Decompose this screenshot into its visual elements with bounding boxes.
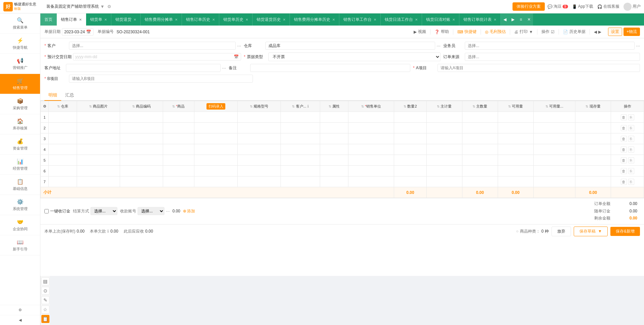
one-key-checkbox[interactable] <box>44 209 49 213</box>
row-main-unit-3[interactable] <box>426 133 462 144</box>
view-btn[interactable]: ▶ 视频 <box>414 29 426 35</box>
th-gear[interactable]: ⚙ <box>41 101 49 112</box>
row-available-1[interactable] <box>498 112 533 123</box>
discard-btn[interactable]: 放弃 <box>552 227 571 236</box>
tab-fee[interactable]: 销售费用分摊单 ✕ <box>141 13 182 26</box>
add-payment-btn[interactable]: ⊕ 添加 <box>183 208 195 214</box>
customer-more-btn[interactable]: ··· <box>237 43 241 48</box>
industry-btn[interactable]: 体验行业方案 <box>513 2 545 11</box>
address-input[interactable] <box>66 64 221 72</box>
save-new-btn[interactable]: 保存&新增 <box>610 227 640 236</box>
add-col-btn[interactable]: +物流 <box>623 28 640 36</box>
app-download-item[interactable]: 📱 App下载 <box>572 4 593 9</box>
tab-fee-close[interactable]: ✕ <box>175 18 178 22</box>
row-image-4[interactable] <box>77 144 120 155</box>
th-product[interactable]: ⇅ *商品 <box>163 101 194 112</box>
right-panel-5[interactable]: 📋 <box>41 315 49 323</box>
row-unit-1[interactable] <box>348 112 394 123</box>
order-source-input[interactable] <box>465 53 640 61</box>
row-spec-4[interactable] <box>238 144 281 155</box>
row-main-unit-5[interactable] <box>426 155 462 166</box>
row-code-5[interactable] <box>120 155 163 166</box>
row-available-4[interactable] <box>498 144 533 155</box>
salesperson-more-btn[interactable]: ··· <box>636 43 640 48</box>
sidebar-item-inventory[interactable]: 🏠 库存核算 <box>0 114 40 134</box>
row-image-5[interactable] <box>77 155 120 166</box>
settings-icon[interactable]: ⚙ <box>107 4 111 9</box>
tab-return-close[interactable]: ✕ <box>134 18 136 22</box>
row-warehouse-6[interactable] <box>49 166 77 176</box>
row-delete-5[interactable]: 🗑 <box>621 157 627 163</box>
row-unit-3[interactable] <box>348 133 394 144</box>
row-cust-code-3[interactable] <box>281 133 320 144</box>
row-code-3[interactable] <box>120 133 163 144</box>
sidebar-item-purchase[interactable]: 📦 采购管理 <box>0 94 40 114</box>
row-unit-2[interactable] <box>348 123 394 133</box>
row-stock-7[interactable] <box>575 176 611 187</box>
op-btn[interactable]: 操作 ☑ <box>541 29 555 35</box>
sidebar-item-search[interactable]: 🔍 搜索菜单 <box>0 13 40 34</box>
tab-sales-close[interactable]: ✕ <box>104 18 107 22</box>
tab-nav-more[interactable]: ≡ <box>517 13 525 26</box>
row-unit-5[interactable] <box>348 155 394 166</box>
row-cust-code-6[interactable] <box>281 166 320 176</box>
row-available2-3[interactable] <box>533 133 575 144</box>
tab-stats-close[interactable]: ✕ <box>494 18 496 22</box>
row-cust-code-4[interactable] <box>281 144 320 155</box>
th-unit[interactable]: ⇅ *销售单位 <box>348 101 394 112</box>
row-qty2-4[interactable] <box>394 144 426 155</box>
tab-reconcile-close[interactable]: ✕ <box>452 18 455 22</box>
row-copy-5[interactable]: ⎘ <box>628 157 634 163</box>
tab-sales-order[interactable]: 销售订单 ✕ <box>57 13 86 26</box>
row-main-qty-3[interactable] <box>462 133 498 144</box>
row-warehouse-3[interactable] <box>49 133 77 144</box>
row-image-6[interactable] <box>77 166 120 176</box>
row-spec-3[interactable] <box>238 133 281 144</box>
sidebar-collapse-btn[interactable]: ◀ <box>0 315 40 325</box>
row-available2-2[interactable] <box>533 123 575 133</box>
row-unit-7[interactable] <box>348 176 394 187</box>
row-delete-2[interactable]: 🗑 <box>621 125 627 131</box>
row-image-7[interactable] <box>77 176 120 187</box>
tab-sales-hist[interactable]: 销货单历史 ✕ <box>219 13 253 26</box>
th-property[interactable]: ⇅ 属性 <box>320 101 348 112</box>
account-select[interactable]: 选择... <box>138 207 164 215</box>
chevron-down-icon[interactable]: ▼ <box>100 4 105 9</box>
nav-arrows[interactable]: ◀ ▶ <box>594 30 601 34</box>
row-qty2-2[interactable] <box>394 123 426 133</box>
scan-btn[interactable]: 扫码录入 <box>206 103 225 110</box>
th-cust-code[interactable]: ⇅ 客户... ℹ <box>281 101 320 112</box>
save-draft-down-icon[interactable]: ▼ <box>598 229 602 234</box>
row-cust-code-5[interactable] <box>281 155 320 166</box>
row-stock-6[interactable] <box>575 166 611 176</box>
row-property-7[interactable] <box>320 176 348 187</box>
tab-detail[interactable]: 明细 <box>44 90 61 101</box>
row-property-2[interactable] <box>320 123 348 133</box>
note-input[interactable] <box>250 64 410 72</box>
sidebar-item-management[interactable]: 📊 经营管理 <box>0 155 40 175</box>
row-product-4[interactable] <box>163 144 194 155</box>
salesperson-input[interactable] <box>465 42 635 50</box>
invoice-select[interactable]: 不开票 <box>268 52 441 61</box>
right-panel-1[interactable]: ▤ <box>41 277 49 285</box>
row-delete-6[interactable]: 🗑 <box>621 168 627 174</box>
row-cust-code-2[interactable] <box>281 123 320 133</box>
row-copy-1[interactable]: ⎘ <box>628 114 634 120</box>
delivery-date-input[interactable]: yyyy-mm-dd 📅 <box>73 53 241 60</box>
sidebar-item-collab[interactable]: 🤝 企业协同 <box>0 215 40 235</box>
row-available2-7[interactable] <box>533 176 575 187</box>
customer-input[interactable] <box>69 42 236 50</box>
sidebar-settings-btn[interactable]: ⚙ <box>0 305 40 315</box>
tab-sales-order-close[interactable]: ✕ <box>79 18 82 22</box>
project-a-input[interactable] <box>438 64 640 72</box>
th-spec[interactable]: ⇅ 规格型号 <box>238 101 281 112</box>
th-available2[interactable]: ⇅ 可用量... <box>533 101 575 112</box>
th-main-qty[interactable]: ⇅ 主数量 <box>462 101 498 112</box>
th-stock[interactable]: ⇅ 现存量 <box>575 101 611 112</box>
message-item[interactable]: 💬 淘豆 9 <box>547 4 568 9</box>
tab-home[interactable]: 首页 <box>40 13 57 26</box>
sidebar-item-guide[interactable]: 📖 新手引导 <box>0 235 40 255</box>
tab-reconcile[interactable]: 钱货日清对账 ✕ <box>422 13 459 26</box>
project-b-input[interactable] <box>69 75 253 83</box>
tab-order-hist-close[interactable]: ✕ <box>212 18 215 22</box>
